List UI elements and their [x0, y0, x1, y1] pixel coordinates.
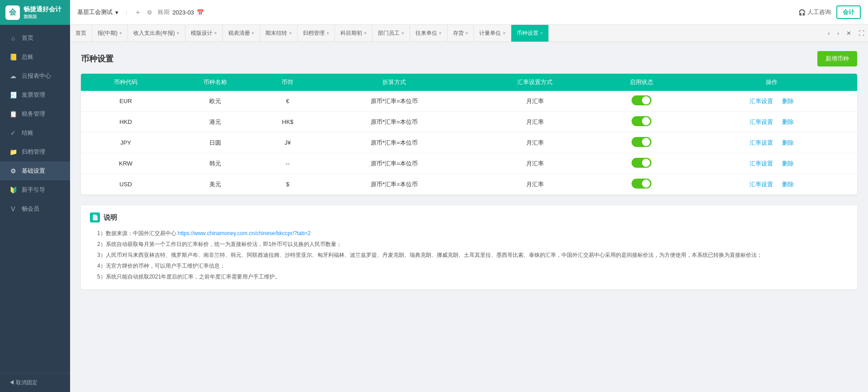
toggle-switch[interactable]	[632, 158, 651, 168]
rate-type: 月汇率	[473, 91, 597, 112]
delete-link[interactable]: 删除	[782, 181, 794, 188]
sidebar-footer[interactable]: ◀ 取消固定	[0, 373, 70, 392]
delete-link[interactable]: 删除	[782, 98, 794, 104]
tab-item-5[interactable]: 期末结转 ×	[260, 25, 297, 42]
tab-close-icon[interactable]: ×	[503, 31, 505, 36]
logo-sub: 旗舰版	[24, 14, 61, 20]
delete-link[interactable]: 删除	[782, 160, 794, 167]
account-button[interactable]: 会计	[836, 5, 861, 19]
tab-close-icon[interactable]: ×	[177, 31, 179, 36]
sidebar-item-home[interactable]: ⌂首页	[0, 28, 70, 47]
sidebar-item-guide[interactable]: 🔰新手引导	[0, 180, 70, 199]
headset-icon: 🎧	[798, 9, 806, 16]
rate-type: 月汇率	[473, 174, 597, 195]
tab-item-9[interactable]: 往来单位 ×	[410, 25, 448, 42]
tab-item-1[interactable]: 报(中期) ×	[92, 25, 128, 42]
tabs-close-all-button[interactable]: ✕	[843, 25, 855, 42]
period-info: 账期 2023-03 📅	[158, 8, 204, 16]
tab-item-7[interactable]: 科目期初 ×	[335, 25, 373, 42]
actions: 汇率设置 删除	[686, 91, 857, 112]
toggle-switch[interactable]	[632, 137, 651, 147]
rate-setting-link[interactable]: 汇率设置	[750, 160, 773, 167]
tab-item-0[interactable]: 首页	[70, 25, 92, 42]
sidebar-item-basic[interactable]: ⚙基础设置	[0, 161, 70, 180]
divider: |	[126, 9, 127, 16]
toggle-switch[interactable]	[632, 95, 651, 105]
sidebar-item-tax[interactable]: 📋税务管理	[0, 104, 70, 123]
tab-label: 归档管理	[303, 29, 325, 37]
sidebar: 会 畅捷通好会计 旗舰版 ⌂首页📒总账☁云报表中心🧾发票管理📋税务管理✓结账📁归…	[0, 0, 70, 392]
delete-link[interactable]: 删除	[782, 118, 794, 125]
tab-close-icon[interactable]: ×	[439, 31, 442, 36]
tab-item-10[interactable]: 存货 ×	[448, 25, 474, 42]
support-button[interactable]: 🎧 人工咨询	[798, 8, 831, 16]
settings-icon[interactable]: ⚙	[147, 9, 152, 16]
tab-item-8[interactable]: 部门员工 ×	[373, 25, 410, 42]
actions: 汇率设置 删除	[686, 153, 857, 174]
sidebar-item-label: 总账	[22, 53, 33, 61]
tab-close-icon[interactable]: ×	[326, 31, 329, 36]
tab-item-6[interactable]: 归档管理 ×	[297, 25, 335, 42]
tab-close-icon[interactable]: ×	[364, 31, 367, 36]
table-row: HKD 港元 HK$ 原币*汇率=本位币 月汇率 汇率设置 删除	[81, 112, 857, 132]
sidebar-item-label: 新手引导	[22, 186, 45, 194]
add-company-icon[interactable]: ＋	[134, 8, 142, 17]
toggle-switch[interactable]	[632, 116, 651, 126]
rate-setting-link[interactable]: 汇率设置	[750, 181, 773, 188]
tab-item-12[interactable]: 币种设置 ×	[511, 25, 549, 42]
sidebar-item-reports[interactable]: ☁云报表中心	[0, 66, 70, 85]
tabs-prev-button[interactable]: ‹	[824, 25, 833, 42]
note-item-1: 1）数据来源：中国外汇交易中心 https://www.chinamoney.c…	[90, 228, 848, 239]
guide-icon: 🔰	[9, 186, 17, 194]
sidebar-item-invoice[interactable]: 🧾发票管理	[0, 85, 70, 104]
note-section: 📄 说明 1）数据来源：中国外汇交易中心 https://www.chinamo…	[81, 205, 857, 289]
rate-setting-link[interactable]: 汇率设置	[750, 139, 773, 146]
app-logo: 会 畅捷通好会计 旗舰版	[0, 0, 70, 25]
currency-name: 韩元	[170, 153, 260, 174]
table-row: USD 美元 $ 原币*汇率=本位币 月汇率 汇率设置 删除	[81, 174, 857, 195]
new-currency-button[interactable]: 新增币种	[817, 51, 857, 66]
tab-item-4[interactable]: 税表清册 ×	[223, 25, 260, 42]
table-row: KRW 韩元 -- 原币*汇率=本位币 月汇率 汇率设置 删除	[81, 153, 857, 174]
tab-close-icon[interactable]: ×	[252, 31, 255, 36]
tab-close-icon[interactable]: ×	[540, 31, 543, 36]
note-title: 📄 说明	[90, 213, 848, 222]
table-header-row: 币种代码币种名称币符折算方式汇率设置方式启用状态操作	[81, 74, 857, 91]
toggle-switch[interactable]	[632, 179, 651, 189]
tabs-next-button[interactable]: ›	[834, 25, 843, 42]
topbar: 基层工会测试 ▾ | ＋ ⚙ 账期 2023-03 📅 🎧 人工咨询 会计	[70, 0, 868, 25]
external-link[interactable]: https://www.chinamoney.com.cn/chinese/bk…	[178, 230, 311, 236]
calendar-icon[interactable]: 📅	[197, 9, 204, 16]
table-header: 币符	[260, 74, 315, 91]
company-selector[interactable]: 基层工会测试 ▾	[77, 8, 118, 16]
tab-label: 币种设置	[517, 29, 538, 37]
enabled-status	[597, 91, 686, 112]
tab-close-icon[interactable]: ×	[401, 31, 404, 36]
currency-symbol: HK$	[260, 112, 315, 132]
note-item-3: 3）人民币对马来西亚林吉特、俄罗斯卢布、南非兰特、韩元、阿联酋迪拉姆、沙特里亚尔…	[90, 250, 848, 260]
delete-link[interactable]: 删除	[782, 139, 794, 146]
currency-symbol: $	[260, 174, 315, 195]
tab-close-icon[interactable]: ×	[214, 31, 217, 36]
tab-close-icon[interactable]: ×	[466, 31, 468, 36]
sidebar-item-close[interactable]: ✓结账	[0, 123, 70, 142]
sidebar-item-ledger[interactable]: 📒总账	[0, 47, 70, 66]
calc-method: 原币*汇率=本位币	[316, 91, 473, 112]
basic-icon: ⚙	[9, 167, 17, 175]
tabs-expand-button[interactable]: ⛶	[855, 25, 868, 42]
company-name: 基层工会测试	[77, 8, 113, 16]
sidebar-item-archive[interactable]: 📁归档管理	[0, 142, 70, 161]
tax-icon: 📋	[9, 110, 17, 118]
tab-item-3[interactable]: 模版设计 ×	[185, 25, 223, 42]
table-header: 币种代码	[81, 74, 170, 91]
note-title-text: 说明	[104, 213, 117, 222]
tab-item-11[interactable]: 计量单位 ×	[474, 25, 511, 42]
sidebar-item-member[interactable]: V畅会员	[0, 199, 70, 218]
tab-item-2[interactable]: 收入支出表(年报) ×	[128, 25, 185, 42]
period-value: 2023-03	[172, 9, 194, 16]
rate-setting-link[interactable]: 汇率设置	[750, 98, 773, 104]
rate-setting-link[interactable]: 汇率设置	[750, 118, 773, 125]
tab-close-icon[interactable]: ×	[119, 31, 122, 36]
enabled-status	[597, 174, 686, 195]
tab-close-icon[interactable]: ×	[289, 31, 292, 36]
